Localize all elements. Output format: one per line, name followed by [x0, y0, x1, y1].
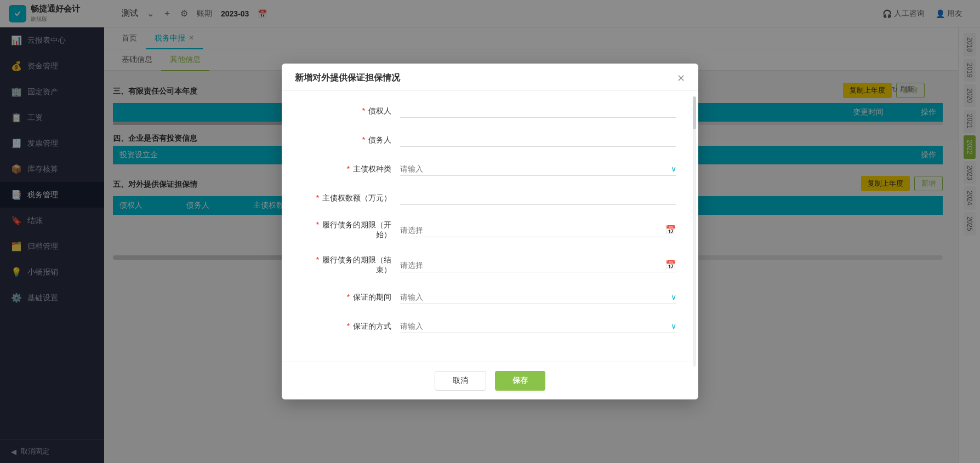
guarantee-period-dropdown-icon[interactable]: ∨	[671, 293, 676, 301]
creditor-label: * 债权人	[304, 106, 391, 116]
dialog-overlay: 新增对外提供保证担保情况 ✕ * 债权人 * 债务人	[0, 0, 980, 463]
calendar-start-icon[interactable]: 📅	[665, 225, 676, 235]
required-star-8: *	[347, 322, 350, 330]
form-row-period-end: * 履行债务的期限（结束） 📅	[304, 255, 676, 275]
debt-type-select-wrapper: ∨	[400, 162, 676, 176]
required-star-5: *	[316, 220, 319, 229]
period-start-date-wrapper: 📅	[400, 224, 676, 237]
guarantee-period-label: * 保证的期间	[304, 293, 391, 302]
form-row-debt-amount: * 主债权数额（万元）	[304, 191, 676, 205]
period-end-date-wrapper: 📅	[400, 259, 676, 272]
guarantee-method-label: * 保证的方式	[304, 322, 391, 331]
period-start-label: * 履行债务的期限（开始）	[304, 220, 391, 240]
form-row-guarantee-method: * 保证的方式 ∨	[304, 319, 676, 333]
debt-type-dropdown-icon[interactable]: ∨	[671, 164, 676, 173]
form-row-creditor: * 债权人	[304, 104, 676, 118]
creditor-input[interactable]	[400, 104, 676, 118]
form-row-period-start: * 履行债务的期限（开始） 📅	[304, 220, 676, 240]
debt-amount-label: * 主债权数额（万元）	[304, 193, 391, 203]
form-row-debtor: * 债务人	[304, 133, 676, 147]
cancel-button[interactable]: 取消	[435, 371, 486, 391]
required-star-7: *	[347, 293, 350, 301]
required-star: *	[362, 106, 365, 115]
required-star-4: *	[316, 193, 319, 202]
dialog-scrollbar[interactable]	[693, 96, 696, 367]
dialog-footer: 取消 保存	[282, 362, 698, 399]
guarantee-period-select-input[interactable]	[400, 290, 671, 304]
calendar-end-icon[interactable]: 📅	[665, 260, 676, 270]
period-end-date-input[interactable]	[400, 259, 665, 272]
guarantee-method-select-wrapper: ∨	[400, 319, 676, 333]
required-star-2: *	[362, 135, 365, 144]
dialog-title: 新增对外提供保证担保情况	[295, 72, 400, 84]
debt-amount-input[interactable]	[400, 191, 676, 205]
dialog-close-button[interactable]: ✕	[677, 73, 685, 83]
required-star-6: *	[316, 255, 319, 264]
guarantee-method-select-input[interactable]	[400, 319, 671, 333]
form-row-debt-type: * 主债权种类 ∨	[304, 162, 676, 176]
form-row-guarantee-period: * 保证的期间 ∨	[304, 290, 676, 304]
period-end-label: * 履行债务的期限（结束）	[304, 255, 391, 275]
debtor-input[interactable]	[400, 133, 676, 147]
debt-type-label: * 主债权种类	[304, 164, 391, 174]
debt-type-select-input[interactable]	[400, 162, 671, 175]
guarantee-method-dropdown-icon[interactable]: ∨	[671, 322, 676, 330]
dialog-header: 新增对外提供保证担保情况 ✕	[282, 64, 698, 91]
dialog-scrollbar-thumb	[693, 96, 696, 129]
dialog-body: * 债权人 * 债务人 * 主债权种类	[282, 91, 698, 362]
required-star-3: *	[347, 164, 350, 173]
add-guarantee-dialog: 新增对外提供保证担保情况 ✕ * 债权人 * 债务人	[282, 64, 698, 399]
debtor-label: * 债务人	[304, 135, 391, 145]
save-button[interactable]: 保存	[495, 371, 545, 391]
period-start-date-input[interactable]	[400, 224, 665, 237]
guarantee-period-select-wrapper: ∨	[400, 290, 676, 304]
